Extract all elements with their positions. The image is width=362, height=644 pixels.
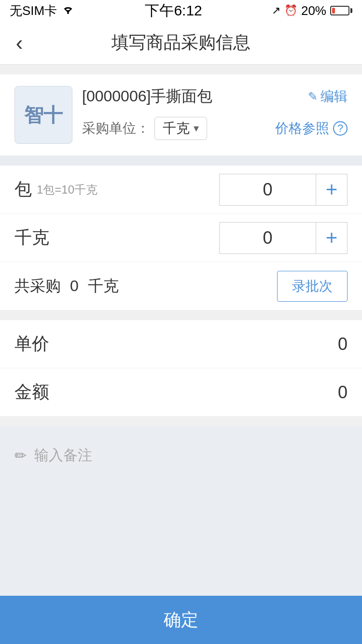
time-label: 下午6:12 bbox=[145, 1, 202, 21]
amount-label: 金额 bbox=[14, 380, 49, 404]
pencil-icon: ✏ bbox=[14, 447, 27, 464]
amount-value: 0 bbox=[338, 382, 348, 403]
bao-label: 包 bbox=[14, 178, 32, 201]
confirm-button[interactable]: 确定 bbox=[0, 596, 362, 644]
bao-input[interactable] bbox=[219, 174, 316, 206]
carrier-label: 无SIM卡 bbox=[10, 2, 57, 19]
kg-label: 千克 bbox=[14, 226, 49, 250]
product-info: [0000006]手撕面包 ✎ 编辑 采购单位： 千克 ▾ 价格参照 ? bbox=[82, 86, 348, 140]
bao-row: 包 1包=10千克 + bbox=[0, 166, 362, 214]
price-section: 单价 0 金额 0 bbox=[0, 320, 362, 417]
kg-row: 千克 + bbox=[0, 214, 362, 262]
notes-section[interactable]: ✏ 输入备注 bbox=[0, 426, 362, 484]
battery-icon bbox=[330, 6, 352, 15]
product-card: 智十 [0000006]手撕面包 ✎ 编辑 采购单位： 千克 ▾ bbox=[0, 74, 362, 156]
amount-row: 金额 0 bbox=[0, 368, 362, 417]
back-icon: ‹ bbox=[16, 31, 23, 55]
unit-value: 千克 bbox=[163, 119, 190, 138]
location-icon: ↗ bbox=[272, 4, 280, 17]
status-bar: 无SIM卡 下午6:12 ↗ ⏰ 20% bbox=[0, 0, 362, 21]
summary-value: 0 bbox=[70, 277, 79, 294]
bao-input-right: + bbox=[219, 174, 348, 206]
summary-text: 共采购 0 千克 bbox=[14, 276, 119, 297]
unit-row-left: 采购单位： 千克 ▾ bbox=[82, 117, 207, 140]
product-name-row: [0000006]手撕面包 ✎ 编辑 bbox=[82, 86, 348, 107]
product-title: 手撕面包 bbox=[151, 87, 212, 105]
batch-button[interactable]: 录批次 bbox=[277, 271, 348, 302]
kg-plus-button[interactable]: + bbox=[316, 222, 348, 254]
summary-unit: 千克 bbox=[88, 277, 119, 294]
status-right: ↗ ⏰ 20% bbox=[272, 3, 352, 18]
product-code: [0000006] bbox=[82, 87, 151, 105]
product-image-text: 智十 bbox=[24, 102, 63, 128]
unit-price-row: 单价 0 bbox=[0, 320, 362, 368]
page-title: 填写商品采购信息 bbox=[111, 31, 251, 55]
kg-input-right: + bbox=[219, 222, 348, 254]
unit-select-arrow: ▾ bbox=[194, 122, 199, 135]
kg-input[interactable] bbox=[219, 222, 316, 254]
edit-button[interactable]: ✎ 编辑 bbox=[308, 87, 348, 106]
product-image: 智十 bbox=[14, 86, 72, 144]
product-name: [0000006]手撕面包 bbox=[82, 86, 212, 107]
alarm-icon: ⏰ bbox=[284, 4, 297, 17]
edit-icon: ✎ bbox=[308, 90, 318, 103]
back-button[interactable]: ‹ bbox=[0, 21, 39, 65]
summary-row: 共采购 0 千克 录批次 bbox=[0, 262, 362, 310]
bao-sub-label: 1包=10千克 bbox=[37, 182, 219, 197]
bao-plus-button[interactable]: + bbox=[316, 174, 348, 206]
price-ref-label: 价格参照 bbox=[275, 119, 329, 138]
notes-placeholder: 输入备注 bbox=[34, 446, 92, 465]
product-unit-row: 采购单位： 千克 ▾ 价格参照 ? bbox=[82, 117, 348, 140]
price-ref-button[interactable]: 价格参照 ? bbox=[275, 119, 348, 138]
wifi-icon bbox=[61, 3, 75, 18]
unit-label: 采购单位： bbox=[82, 119, 150, 138]
unit-price-value: 0 bbox=[338, 334, 348, 354]
section-divider-1 bbox=[0, 156, 362, 166]
summary-prefix: 共采购 bbox=[14, 277, 61, 294]
battery-percent: 20% bbox=[301, 3, 326, 18]
nav-bar: ‹ 填写商品采购信息 bbox=[0, 21, 362, 65]
status-left: 无SIM卡 bbox=[10, 2, 75, 19]
unit-price-label: 单价 bbox=[14, 332, 49, 356]
svg-point-0 bbox=[67, 12, 69, 14]
edit-label: 编辑 bbox=[320, 87, 348, 106]
input-section: 包 1包=10千克 + 千克 + bbox=[0, 166, 362, 262]
help-icon: ? bbox=[333, 121, 348, 136]
unit-select[interactable]: 千克 ▾ bbox=[154, 117, 207, 140]
